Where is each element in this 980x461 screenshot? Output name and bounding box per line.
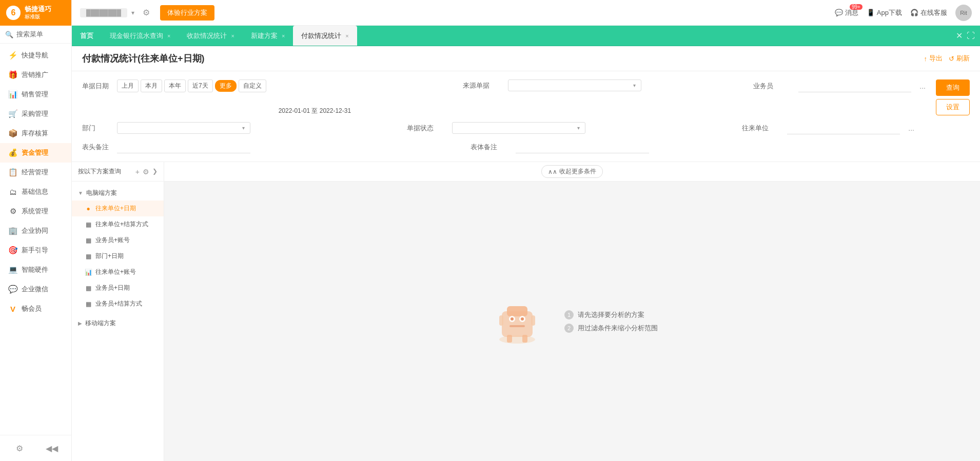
collapse-icon: ◀◀ (46, 444, 58, 453)
sidebar-item-system[interactable]: ⚙ 系统管理 (0, 202, 71, 221)
main-area: ████████ ▾ ⚙ 体验行业方案 💬 消息 99+ 📱 App下载 🎧 在… (72, 0, 980, 461)
refresh-btn[interactable]: ↺ 刷新 (949, 54, 970, 63)
date-btn-this-year[interactable]: 本年 (164, 79, 186, 92)
tab-receivable-close[interactable]: × (231, 33, 234, 39)
partner-ellipsis[interactable]: ... (908, 124, 914, 132)
sidebar-item-quick-nav[interactable]: ⚡ 快捷导航 (0, 46, 71, 65)
sidebar-item-label: 资金管理 (22, 148, 48, 157)
sidebar-item-marketing[interactable]: 🎁 营销推广 (0, 65, 71, 85)
sidebar: 6 畅捷通巧 标准版 🔍 搜索菜单 ⚡ 快捷导航 🎁 营销推广 📊 销售管理 🛒… (0, 0, 72, 461)
panel-collapse-btn[interactable]: ❯ (152, 168, 158, 176)
scheme-item-salesperson-settle-icon: ▦ (84, 300, 92, 308)
sidebar-item-inventory[interactable]: 📦 库存核算 (0, 124, 71, 143)
sidebar-item-label: 系统管理 (22, 207, 48, 216)
quick-nav-icon: ⚡ (8, 51, 17, 60)
scheme-settings-btn[interactable]: ⚙ (143, 168, 149, 176)
tab-payment-stats[interactable]: 付款情况统计 × (293, 26, 357, 46)
source-select[interactable]: ▾ (508, 79, 641, 91)
tab-bank-flow[interactable]: 现金银行流水查询 × (102, 26, 179, 46)
sidebar-item-operations[interactable]: 📋 经营管理 (0, 163, 71, 182)
app-download-label: App下载 (877, 8, 902, 17)
collapse-conditions-btn[interactable]: ∧∧ 收起更多条件 (541, 165, 603, 178)
collapse-conditions-label: 收起更多条件 (559, 167, 596, 176)
tab-bank-flow-close[interactable]: × (167, 33, 170, 39)
sidebar-item-finance[interactable]: 💰 资金管理 (0, 143, 71, 163)
tab-receivable[interactable]: 收款情况统计 × (179, 26, 242, 46)
body-note-input[interactable] (516, 141, 649, 153)
scheme-item-partner-account-icon: 📊 (84, 268, 92, 276)
scheme-item-salesperson-account-label: 业务员+账号 (95, 236, 130, 245)
tab-expand-btn[interactable]: ⛶ (967, 31, 975, 41)
scheme-group-pc: ▼ 电脑端方案 ● 往来单位+日期 ▦ 往来单位+结算方式 ▦ (72, 186, 164, 312)
sidebar-item-wechat[interactable]: 💬 企业微信 (0, 279, 71, 299)
sidebar-footer: ⚙ ◀◀ (0, 435, 71, 461)
scheme-group-mobile-header[interactable]: ▶ 移动端方案 (72, 316, 164, 331)
date-btn-more[interactable]: 更多 (215, 80, 237, 92)
settings-btn[interactable]: 设置 (936, 99, 970, 115)
tab-new-plan[interactable]: 新建方案 × (243, 26, 293, 46)
date-btn-this-month[interactable]: 本月 (141, 79, 162, 92)
sidebar-settings-btn[interactable]: ⚙ (5, 440, 34, 456)
partner-input[interactable] (787, 122, 900, 134)
tab-home[interactable]: 首页 (72, 26, 102, 46)
sidebar-collapse-btn[interactable]: ◀◀ (38, 440, 67, 456)
scheme-item-partner-settle-label: 往来单位+结算方式 (95, 220, 148, 229)
date-btn-last-7-days[interactable]: 近7天 (188, 79, 213, 92)
svg-point-6 (521, 317, 524, 320)
scheme-item-partner-account[interactable]: 📊 往来单位+账号 (72, 264, 164, 280)
sidebar-item-label: 快捷导航 (22, 51, 48, 60)
hardware-icon: 💻 (8, 265, 17, 274)
scheme-item-dept-date[interactable]: ▦ 部门+日期 (72, 248, 164, 264)
dept-select[interactable]: ▾ (117, 122, 250, 134)
scheme-item-salesperson-settle-label: 业务员+结算方式 (95, 299, 142, 308)
tab-new-plan-label: 新建方案 (251, 31, 278, 41)
sidebar-item-label: 新手引导 (22, 246, 48, 255)
export-btn[interactable]: ↑ 导出 (924, 54, 943, 63)
topbar-gear-btn[interactable]: ⚙ (143, 8, 150, 17)
tab-new-plan-close[interactable]: × (282, 33, 285, 39)
query-btn[interactable]: 查询 (936, 79, 970, 96)
sidebar-item-basic-info[interactable]: 🗂 基础信息 (0, 182, 71, 202)
scheme-item-partner-date[interactable]: ● 往来单位+日期 (72, 201, 164, 216)
topbar-dropdown-btn[interactable]: ▾ (131, 9, 134, 16)
sidebar-search[interactable]: 🔍 搜索菜单 (0, 26, 71, 44)
date-btn-custom[interactable]: 自定义 (239, 79, 266, 92)
sidebar-item-sales[interactable]: 📊 销售管理 (0, 85, 71, 104)
scheme-item-salesperson-date[interactable]: ▦ 业务员+日期 (72, 280, 164, 296)
app-download-btn[interactable]: 📱 App下载 (867, 8, 902, 17)
try-industry-btn[interactable]: 体验行业方案 (160, 5, 214, 21)
refresh-label: 刷新 (956, 54, 970, 63)
scheme-group-pc-header[interactable]: ▼ 电脑端方案 (72, 186, 164, 201)
header-note-input[interactable] (117, 141, 250, 153)
sidebar-item-enterprise[interactable]: 🏢 企业协同 (0, 221, 71, 240)
user-avatar[interactable]: Rit (955, 5, 972, 21)
salesperson-ellipsis[interactable]: ... (919, 82, 926, 90)
online-service-btn[interactable]: 🎧 在线客服 (910, 8, 947, 17)
sidebar-item-label: 基础信息 (22, 187, 48, 196)
sidebar-item-label: 企业协同 (22, 226, 48, 235)
export-label: 导出 (929, 54, 943, 63)
add-scheme-btn[interactable]: + (135, 168, 140, 176)
sidebar-item-purchase[interactable]: 🛒 采购管理 (0, 104, 71, 124)
sidebar-item-member[interactable]: V 畅会员 (0, 299, 71, 318)
doc-status-select[interactable]: ▾ (452, 122, 585, 134)
scheme-item-partner-settle[interactable]: ▦ 往来单位+结算方式 (72, 216, 164, 232)
purchase-icon: 🛒 (8, 109, 17, 118)
topbar: ████████ ▾ ⚙ 体验行业方案 💬 消息 99+ 📱 App下载 🎧 在… (72, 0, 980, 26)
scheme-item-salesperson-date-icon: ▦ (84, 284, 92, 292)
page-header: 付款情况统计(往来单位+日期) ↑ 导出 ↺ 刷新 (72, 46, 980, 71)
tab-payment-stats-close[interactable]: × (345, 33, 348, 39)
partner-filter-label: 往来单位 (742, 124, 783, 133)
notification-btn[interactable]: 💬 消息 99+ (835, 8, 858, 17)
service-label: 在线客服 (920, 8, 947, 17)
wechat-icon: 💬 (8, 285, 17, 294)
scheme-item-salesperson-settle[interactable]: ▦ 业务员+结算方式 (72, 296, 164, 312)
tab-close-all-btn[interactable]: ✕ (956, 31, 963, 41)
scheme-item-salesperson-account[interactable]: ▦ 业务员+账号 (72, 232, 164, 248)
service-icon: 🎧 (910, 9, 918, 16)
salesperson-input[interactable] (798, 79, 911, 92)
sidebar-item-label: 销售管理 (22, 90, 48, 99)
sidebar-item-guide[interactable]: 🎯 新手引导 (0, 240, 71, 260)
date-btn-last-month[interactable]: 上月 (117, 79, 139, 92)
sidebar-item-hardware[interactable]: 💻 智能硬件 (0, 260, 71, 279)
